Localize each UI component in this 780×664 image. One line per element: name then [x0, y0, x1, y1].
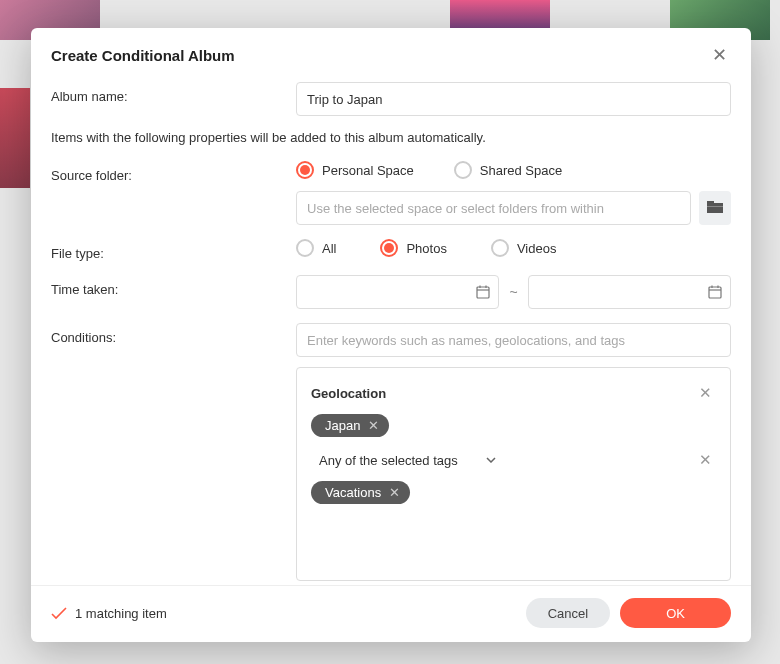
radio-label: Shared Space [480, 163, 562, 178]
tag-label: Vacations [325, 485, 381, 500]
time-taken-label: Time taken: [51, 275, 296, 297]
remove-tag-icon[interactable]: ✕ [387, 485, 402, 500]
radio-label: Videos [517, 241, 557, 256]
chevron-down-icon [486, 457, 496, 463]
tag-rule-label: Any of the selected tags [319, 453, 458, 468]
remove-tag-icon[interactable]: ✕ [366, 418, 381, 433]
folder-icon [707, 201, 723, 215]
radio-circle-icon [491, 239, 509, 257]
time-from-input[interactable] [296, 275, 499, 309]
browse-folder-button[interactable] [699, 191, 731, 225]
svg-rect-0 [707, 203, 723, 213]
radio-label: Photos [406, 241, 446, 256]
placeholder-text: Use the selected space or select folders… [307, 201, 604, 216]
radio-circle-icon [296, 239, 314, 257]
source-folder-label: Source folder: [51, 161, 296, 183]
conditions-label: Conditions: [51, 323, 296, 345]
modal-title: Create Conditional Album [51, 47, 235, 64]
tag-rule-tag: Vacations ✕ [311, 481, 410, 504]
conditions-box: Geolocation ✕ Japan ✕ Any of the selecte… [296, 367, 731, 581]
svg-rect-7 [709, 287, 721, 298]
radio-personal-space[interactable]: Personal Space [296, 161, 414, 179]
calendar-icon [476, 285, 490, 299]
radio-shared-space[interactable]: Shared Space [454, 161, 562, 179]
time-to-input[interactable] [528, 275, 731, 309]
date-separator: ~ [509, 284, 517, 300]
radio-label: All [322, 241, 336, 256]
check-icon [51, 607, 67, 620]
source-folder-input[interactable]: Use the selected space or select folders… [296, 191, 691, 225]
ok-button[interactable]: OK [620, 598, 731, 628]
radio-file-all[interactable]: All [296, 239, 336, 257]
file-type-label: File type: [51, 239, 296, 261]
svg-rect-1 [707, 201, 714, 204]
remove-geolocation-icon[interactable]: ✕ [695, 382, 716, 404]
album-name-label: Album name: [51, 82, 296, 104]
help-text: Items with the following properties will… [51, 130, 731, 145]
radio-circle-icon [296, 161, 314, 179]
geolocation-title: Geolocation [311, 386, 386, 401]
match-count-text: 1 matching item [75, 606, 167, 621]
calendar-icon [708, 285, 722, 299]
svg-rect-3 [477, 287, 489, 298]
create-conditional-album-modal: Create Conditional Album ✕ Album name: I… [31, 28, 751, 642]
tag-rule-dropdown[interactable]: Any of the selected tags [319, 453, 496, 468]
tag-label: Japan [325, 418, 360, 433]
radio-label: Personal Space [322, 163, 414, 178]
radio-circle-icon [380, 239, 398, 257]
radio-file-photos[interactable]: Photos [380, 239, 446, 257]
remove-tag-rule-icon[interactable]: ✕ [695, 449, 716, 471]
svg-rect-2 [707, 206, 723, 207]
geolocation-tag: Japan ✕ [311, 414, 389, 437]
cancel-button[interactable]: Cancel [526, 598, 610, 628]
close-icon[interactable]: ✕ [708, 44, 731, 66]
album-name-input[interactable] [296, 82, 731, 116]
radio-circle-icon [454, 161, 472, 179]
conditions-input[interactable] [296, 323, 731, 357]
radio-file-videos[interactable]: Videos [491, 239, 557, 257]
